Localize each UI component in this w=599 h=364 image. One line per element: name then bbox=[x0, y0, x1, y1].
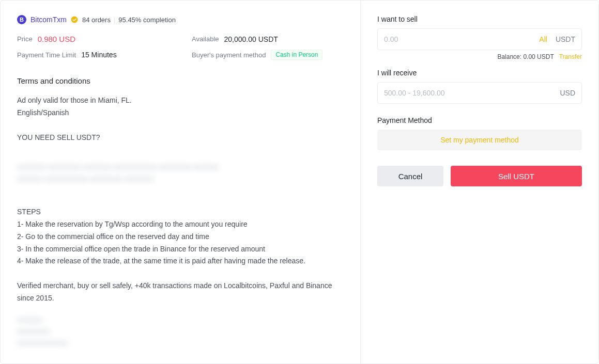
terms-line: Ad only valid for those in Miami, FL. bbox=[17, 94, 344, 107]
all-button[interactable]: All bbox=[535, 35, 551, 43]
time-limit-label: Payment Time Limit bbox=[17, 51, 76, 59]
terms-line: YOU NEED SELL USDT? bbox=[17, 132, 344, 144]
receive-amount-group: USD bbox=[377, 82, 582, 104]
verified-badge-icon bbox=[71, 16, 78, 23]
seller-stats: 84 orders | 95.45% completion bbox=[82, 16, 176, 24]
actions-row: Cancel Sell USDT bbox=[377, 166, 582, 186]
cancel-button[interactable]: Cancel bbox=[377, 166, 443, 186]
terms-heading: Terms and conditions bbox=[17, 76, 344, 85]
terms-body: Ad only valid for those in Miami, FL.Eng… bbox=[17, 94, 344, 349]
terms-line: 2- Go to the commercial office on the re… bbox=[17, 231, 344, 243]
payment-method-label: Buyer's payment method bbox=[192, 51, 266, 59]
transfer-link[interactable]: Transfer bbox=[559, 53, 582, 60]
terms-line: 4- Make the release of the trade, at the… bbox=[17, 255, 344, 267]
set-payment-method-button[interactable]: Set my payment method bbox=[377, 130, 582, 150]
receive-amount-label: I will receive bbox=[377, 69, 582, 77]
seller-orders: 84 orders bbox=[82, 16, 111, 24]
available-value: 20,000.00 USDT bbox=[224, 35, 278, 43]
seller-name-link[interactable]: BitcomTxm bbox=[30, 15, 67, 24]
sell-submit-button[interactable]: Sell USDT bbox=[451, 166, 582, 186]
terms-line: Verified merchant, buy or sell safely, +… bbox=[17, 280, 344, 305]
balance-row: Balance: 0.00 USDT Transfer bbox=[377, 53, 582, 60]
trade-form-panel: I want to sell All USDT Balance: 0.00 US… bbox=[361, 1, 598, 363]
terms-line: 1- Make the reservation by Tg/Wsp accord… bbox=[17, 218, 344, 231]
info-row-2: Payment Time Limit 15 Minutes Buyer's pa… bbox=[17, 50, 344, 60]
balance-text: Balance: 0.00 USDT bbox=[497, 53, 554, 60]
price-label: Price bbox=[17, 35, 33, 43]
seller-header: B BitcomTxm 84 orders | 95.45% completio… bbox=[17, 15, 344, 24]
payment-method-section-label: Payment Method bbox=[377, 116, 582, 124]
price-value: 0.980 USD bbox=[38, 35, 75, 43]
stats-separator: | bbox=[114, 16, 115, 24]
available-label: Available bbox=[192, 35, 219, 43]
terms-line: STEPS bbox=[17, 206, 344, 218]
redacted-block: xxxxxxx xxxxxxxxx xxxxxxxxxxxxxx bbox=[17, 314, 100, 349]
p2p-trade-dialog: B BitcomTxm 84 orders | 95.45% completio… bbox=[0, 0, 599, 364]
receive-amount-input[interactable] bbox=[384, 89, 556, 97]
time-limit-value: 15 Minutes bbox=[81, 51, 116, 59]
seller-avatar[interactable]: B bbox=[17, 15, 26, 24]
sell-amount-input[interactable] bbox=[384, 35, 535, 43]
receive-currency: USD bbox=[556, 89, 575, 97]
sell-amount-label: I want to sell bbox=[377, 15, 582, 23]
svg-point-0 bbox=[71, 17, 78, 23]
terms-line: English/Spanish bbox=[17, 107, 344, 119]
sell-currency: USDT bbox=[551, 35, 575, 43]
offer-details-panel: B BitcomTxm 84 orders | 95.45% completio… bbox=[1, 1, 361, 363]
info-row-1: Price 0.980 USD Available 20,000.00 USDT bbox=[17, 35, 344, 43]
seller-completion: 95.45% completion bbox=[118, 16, 176, 24]
sell-amount-group: All USDT bbox=[377, 28, 582, 50]
payment-method-badge: Cash in Person bbox=[271, 50, 322, 60]
terms-line: 3- In the commercial office open the tra… bbox=[17, 243, 344, 256]
redacted-block: xxxxxxxx xxxxxxxxx xxxxxxxx xxxxxxxxxxxx… bbox=[17, 161, 344, 184]
